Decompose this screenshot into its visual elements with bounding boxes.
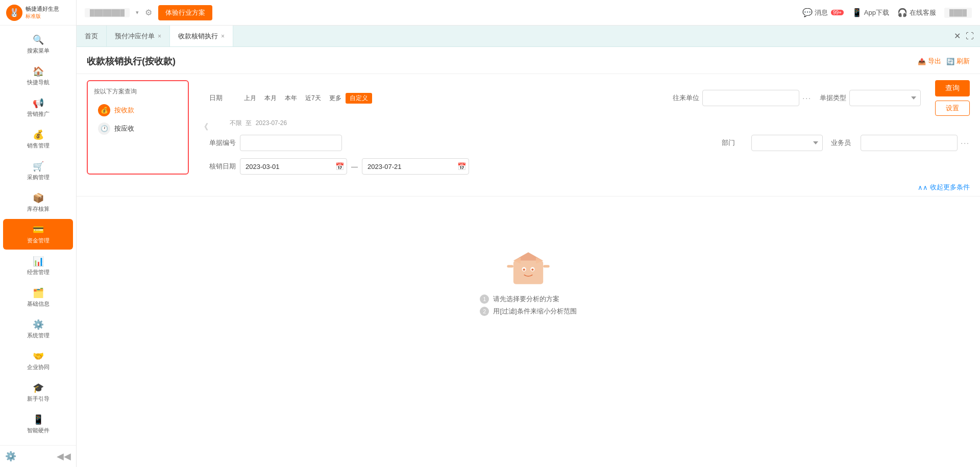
purchase-icon: 🛒 [33, 161, 44, 172]
verify-date-start-input[interactable] [240, 158, 347, 175]
party-dots[interactable]: ··· [802, 94, 812, 102]
sidebar-item-guide[interactable]: 🎓 新手引导 [3, 377, 73, 408]
doc-type-select[interactable] [849, 90, 921, 106]
sidebar-item-label: 经营管理 [27, 268, 50, 276]
message-label: 消息 [815, 8, 828, 17]
topbar-actions: 💬 消息 99+ 📱 App下载 🎧 在线客服 ████ [802, 8, 972, 18]
sidebar-item-basic-info[interactable]: 🗂️ 基础信息 [3, 282, 73, 313]
settings-bottom-icon[interactable]: ⚙️ [5, 451, 16, 462]
svg-rect-8 [507, 265, 513, 267]
refresh-icon: 🔄 [946, 58, 954, 65]
dept-label: 部门 [722, 138, 748, 148]
app-logo-icon: 🐰 [6, 5, 22, 21]
refresh-button[interactable]: 🔄 刷新 [946, 57, 970, 66]
tab-home[interactable]: 首页 [77, 26, 107, 46]
sidebar-item-finance[interactable]: 💳 资金管理 [3, 219, 73, 250]
collapse-sidebar-icon[interactable]: ◀◀ [57, 451, 71, 462]
online-service-action[interactable]: 🎧 在线客服 [897, 8, 936, 17]
message-badge: 99+ [831, 10, 844, 15]
sidebar-item-smart-hw[interactable]: 📱 智能硬件 [3, 409, 73, 439]
collapse-more-button[interactable]: ∧∧ 收起更多条件 [918, 183, 970, 192]
date-tab-this-year[interactable]: 本年 [281, 92, 301, 104]
sidebar-item-search-menu[interactable]: 🔍 搜索菜单 [3, 29, 73, 60]
sidebar-item-label: 智能硬件 [27, 427, 50, 434]
sidebar-item-label: 基础信息 [27, 300, 50, 308]
verify-date-end-wrap: 📅 [362, 158, 469, 175]
tip-2-num: 2 [480, 307, 489, 316]
sidebar-item-label: 新手引导 [27, 395, 50, 403]
tab-prepay-close[interactable]: × [158, 33, 161, 40]
page-header: 收款核销执行(按收款) 📤 导出 🔄 刷新 [77, 47, 980, 74]
tip-2-text: 用[过滤]条件来缩小分析范围 [493, 307, 576, 316]
export-button[interactable]: 📤 导出 [918, 57, 941, 66]
tab-verify[interactable]: 收款核销执行 × [170, 26, 233, 46]
date-tab-7days[interactable]: 近7天 [301, 92, 325, 104]
filter-collapse-button[interactable]: 《 [199, 80, 209, 175]
collapse-more-label: 收起更多条件 [930, 183, 970, 192]
sidebar-item-operation[interactable]: 📊 经营管理 [3, 251, 73, 281]
calendar-start-icon[interactable]: 📅 [335, 162, 344, 170]
sidebar-item-label: 快捷导航 [27, 79, 50, 86]
sidebar-item-inventory[interactable]: 📦 库存核算 [3, 187, 73, 218]
filter-option-by-receipt[interactable]: 💰 按收款 [94, 101, 182, 119]
export-label: 导出 [928, 57, 941, 66]
staff-label: 业务员 [831, 138, 857, 148]
query-buttons: 查询 设置 [929, 80, 970, 116]
filter-option-by-receivable[interactable]: 🕐 按应收 [94, 119, 182, 138]
date-tab-last-month[interactable]: 上月 [240, 92, 260, 104]
sidebar-item-wechat[interactable]: 💬 企业微信 [3, 440, 73, 445]
page-inner: 收款核销执行(按收款) 📤 导出 🔄 刷新 按以下方案查询 [77, 47, 980, 467]
staff-input[interactable] [861, 135, 958, 151]
message-icon: 💬 [802, 8, 813, 17]
date-tabs: 上月 本月 本年 近7天 更多 自定义 [240, 92, 372, 104]
svg-rect-0 [513, 261, 543, 284]
fullscreen-tab-icon[interactable]: ⛶ [966, 32, 974, 41]
empty-state-illustration [503, 237, 554, 288]
svg-rect-9 [543, 265, 550, 267]
date-tab-this-month[interactable]: 本月 [260, 92, 281, 104]
sidebar-item-system[interactable]: ⚙️ 系统管理 [3, 314, 73, 345]
topbar: ████████ ▾ ⚙ 体验行业方案 💬 消息 99+ 📱 App下载 🎧 在… [77, 0, 980, 26]
by-receivable-icon: 🕐 [98, 122, 110, 135]
date-custom-tag[interactable]: 自定义 [346, 93, 372, 104]
sidebar-item-quick-nav[interactable]: 🏠 快捷导航 [3, 61, 73, 91]
doc-no-label: 单据编号 [209, 138, 236, 148]
tip-1-num: 1 [480, 294, 489, 304]
tab-verify-close[interactable]: × [221, 33, 225, 40]
doc-type-label: 单据类型 [820, 93, 846, 103]
filter-panel: 按以下方案查询 💰 按收款 🕐 按应收 《 [77, 74, 980, 181]
refresh-label: 刷新 [957, 57, 970, 66]
close-tab-icon[interactable]: ✕ [954, 31, 961, 41]
solution-button[interactable]: 体验行业方案 [158, 5, 212, 20]
doc-no-input[interactable] [240, 135, 342, 151]
staff-dots[interactable]: ··· [961, 139, 970, 147]
sidebar-item-marketing[interactable]: 📢 营销推广 [3, 92, 73, 123]
empty-state: 1 请先选择要分析的方案 2 用[过滤]条件来缩小分析范围 [77, 196, 980, 357]
topbar-gear-icon[interactable]: ⚙ [145, 8, 152, 17]
page-title: 收款核销执行(按收款) [87, 55, 176, 67]
app-download-label: App下载 [864, 8, 889, 17]
tab-prepay[interactable]: 预付冲应付单 × [107, 26, 170, 46]
calendar-end-icon[interactable]: 📅 [457, 162, 466, 170]
app-download-action[interactable]: 📱 App下载 [852, 8, 889, 17]
message-action[interactable]: 💬 消息 99+ [802, 8, 844, 17]
sidebar-item-sales[interactable]: 💰 销售管理 [3, 124, 73, 155]
tab-prepay-label: 预付冲应付单 [115, 32, 155, 41]
sales-icon: 💰 [33, 129, 44, 140]
svg-point-6 [523, 268, 525, 271]
party-input[interactable] [702, 90, 799, 106]
settings-button[interactable]: 设置 [935, 101, 970, 116]
date-to-text: 至 [246, 119, 252, 127]
verify-date-field: 核销日期 📅 — 📅 [209, 158, 970, 175]
sidebar-item-purchase[interactable]: 🛒 采购管理 [3, 156, 73, 186]
operation-icon: 📊 [33, 256, 44, 267]
topbar-chevron-icon: ▾ [136, 9, 139, 16]
verify-date-end-input[interactable] [362, 158, 469, 175]
query-button[interactable]: 查询 [935, 80, 970, 96]
date-value-text: 2023-07-26 [256, 119, 287, 127]
finance-icon: 💳 [33, 224, 44, 235]
date-tab-more[interactable]: 更多 [325, 92, 346, 104]
empty-state-tip-2: 2 用[过滤]条件来缩小分析范围 [480, 307, 576, 316]
dept-select[interactable] [751, 135, 823, 151]
sidebar-item-corp-collab[interactable]: 🤝 企业协同 [3, 346, 73, 376]
